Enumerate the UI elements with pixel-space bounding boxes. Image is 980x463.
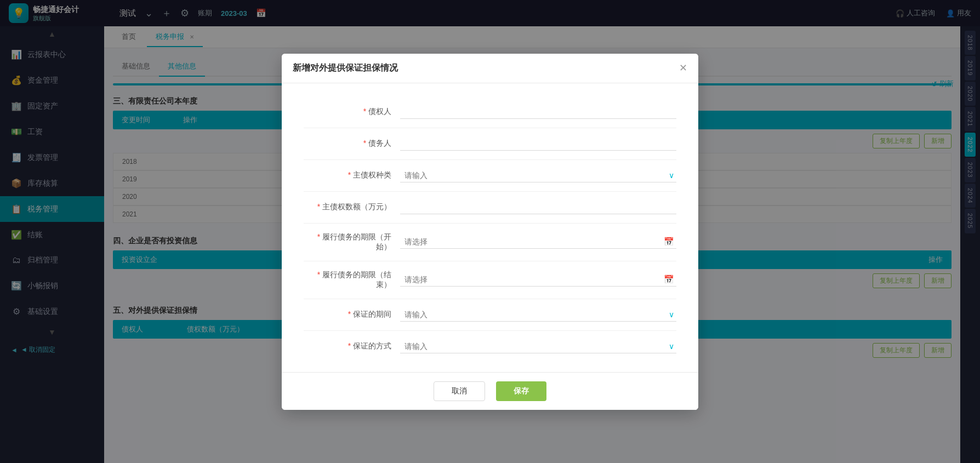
chevron-down-method-icon[interactable]: ∨	[669, 342, 676, 351]
date-period-start-wrap: 📅	[400, 235, 676, 249]
form-row-creditor-amount: * 主债权数额（万元）	[304, 192, 676, 224]
label-creditor-amount: * 主债权数额（万元）	[304, 202, 391, 212]
date-period-end-wrap: 📅	[400, 273, 676, 287]
form-row-period-start: * 履行债务的期限（开始） 📅	[304, 224, 676, 261]
date-period-end[interactable]	[400, 273, 664, 286]
label-guarantee-method: * 保证的方式	[304, 341, 391, 351]
input-creditor[interactable]	[400, 105, 676, 119]
label-debtor: * 债务人	[304, 139, 391, 148]
select-guarantee-method[interactable]	[400, 340, 669, 353]
chevron-down-icon[interactable]: ∨	[669, 171, 676, 180]
select-creditor-type[interactable]	[400, 169, 669, 182]
select-guarantee-method-wrap: ∨	[400, 340, 676, 353]
calendar-end-icon[interactable]: 📅	[664, 275, 676, 284]
input-debtor[interactable]	[400, 137, 676, 151]
chevron-down-guarantee-icon[interactable]: ∨	[669, 310, 676, 319]
label-period-start: * 履行债务的期限（开始）	[304, 232, 391, 252]
dialog-header: 新增对外提供保证担保情况 ✕	[282, 54, 698, 83]
dialog-close-btn[interactable]: ✕	[679, 63, 687, 73]
dialog-footer: 取消 保存	[282, 372, 698, 410]
label-creditor: * 债权人	[304, 107, 391, 117]
date-period-start[interactable]	[400, 235, 664, 248]
input-creditor-amount[interactable]	[400, 201, 676, 214]
calendar-start-icon[interactable]: 📅	[664, 237, 676, 247]
label-period-end: * 履行债务的期限（结束）	[304, 270, 391, 290]
form-row-debtor: * 债务人	[304, 128, 676, 160]
save-button[interactable]: 保存	[496, 381, 546, 401]
dialog-body: * 债权人 * 债务人 * 主债权种类	[282, 83, 698, 372]
modal-overlay: 新增对外提供保证担保情况 ✕ * 债权人 * 债务人	[0, 0, 980, 463]
cancel-button[interactable]: 取消	[434, 381, 485, 401]
form-row-creditor: * 债权人	[304, 96, 676, 128]
select-guarantee-period-wrap: ∨	[400, 308, 676, 322]
label-creditor-type: * 主债权种类	[304, 170, 391, 180]
label-guarantee-period: * 保证的期间	[304, 310, 391, 319]
form-row-creditor-type: * 主债权种类 ∨	[304, 160, 676, 192]
form-row-guarantee-method: * 保证的方式 ∨	[304, 331, 676, 362]
form-row-period-end: * 履行债务的期限（结束） 📅	[304, 261, 676, 299]
dialog-title: 新增对外提供保证担保情况	[293, 62, 398, 74]
form-row-guarantee-period: * 保证的期间 ∨	[304, 299, 676, 331]
select-creditor-type-wrap: ∨	[400, 169, 676, 182]
select-guarantee-period[interactable]	[400, 308, 669, 321]
dialog: 新增对外提供保证担保情况 ✕ * 债权人 * 债务人	[282, 54, 698, 410]
